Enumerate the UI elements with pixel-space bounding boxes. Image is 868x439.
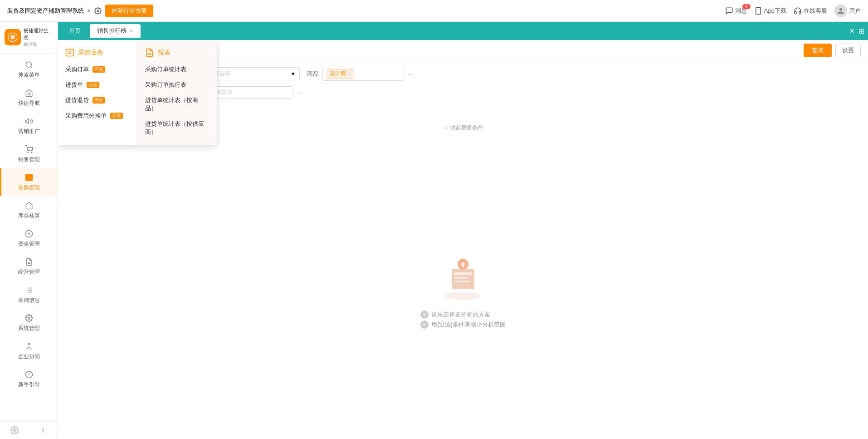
sidebar-label-finance: 资金管理 <box>18 240 40 248</box>
query-btn[interactable]: 查询 <box>804 44 832 57</box>
app-download-label: App下载 <box>764 7 786 15</box>
sidebar-label-quicknav: 快捷导航 <box>18 99 40 107</box>
settings-nav-icon <box>24 313 34 323</box>
sidebar-item-quicknav[interactable]: 快捷导航 <box>0 84 58 112</box>
user-avatar <box>834 5 847 17</box>
tab-sales-rank-label: 销售排行榜 <box>97 27 127 35</box>
settings-btn[interactable]: 设置 <box>835 44 861 57</box>
user-label: 用户 <box>849 7 861 15</box>
svg-point-28 <box>14 429 16 432</box>
svg-rect-9 <box>25 174 32 181</box>
dropdown-item-incoming-supplier-stat[interactable]: 进货单统计表（按供应商） <box>138 116 217 140</box>
voucher-status-arrow: ▾ <box>292 70 295 77</box>
org-icon <box>24 341 34 351</box>
svg-rect-37 <box>454 277 468 279</box>
goods-ellipsis[interactable]: ··· <box>408 70 413 77</box>
sidebar-bottom-collapse[interactable] <box>39 426 47 434</box>
tab-sales-rank[interactable]: 销售排行榜 ✕ <box>90 24 141 38</box>
topbar-system: 装备及固定资产辅助管理系统 ▾ 体验行业方案 <box>7 5 725 17</box>
industry-solution-btn[interactable]: 体验行业方案 <box>105 5 153 17</box>
goods-tag-close[interactable]: × <box>348 71 351 77</box>
empty-tip-1: ① 请先选择要分析的方案 <box>420 311 505 319</box>
sidebar-label-search: 搜索菜单 <box>18 71 40 79</box>
sidebar-label-purchase: 采购管理 <box>18 184 40 192</box>
sidebar-nav: 搜索菜单 快捷导航 营销推广 <box>0 54 58 421</box>
sidebar-item-basic[interactable]: 基础信息 <box>0 281 58 309</box>
search-icon <box>24 60 34 70</box>
sidebar: 畅 畅捷通好生意 标准版 搜索菜单 <box>0 22 58 439</box>
svg-point-5 <box>26 62 31 67</box>
logo-sub-text: 标准版 <box>24 41 53 48</box>
dropdown-item-purchase-incoming[interactable]: 进货单 历史 <box>58 77 137 93</box>
sidebar-item-search[interactable]: 搜索菜单 <box>0 55 58 84</box>
system-dropdown-arrow[interactable]: ▾ <box>88 7 91 14</box>
user-area[interactable]: 用户 <box>834 5 861 17</box>
dropdown-item-purchase-order[interactable]: 采购订单 历史 <box>58 62 137 77</box>
empty-tip-2: ② 用[过滤]条件来缩小分析范围 <box>420 321 505 329</box>
dropdown-item-purchase-order-stat[interactable]: 采购订单统计表 <box>138 62 217 77</box>
toolbar-right: 查询 设置 <box>804 44 861 57</box>
online-service-label: 在线客服 <box>804 7 827 15</box>
dropdown-col-report: 报表 采购订单统计表 采购订单执行表 进货单统计表（按商品） <box>138 40 217 145</box>
message-btn[interactable]: 消息 9 <box>725 7 747 15</box>
dropdown-item-purchase-cost[interactable]: 采购费用分摊单 历史 <box>58 108 137 123</box>
dropdown-item-incoming-goods-stat[interactable]: 进货单统计表（按商品） <box>138 93 217 116</box>
online-service-btn[interactable]: 在线客服 <box>794 7 827 15</box>
system-settings-icon[interactable] <box>94 7 102 15</box>
dropdown-item-purchase-return[interactable]: 进货退货 历史 <box>58 93 137 108</box>
sidebar-label-marketing: 营销推广 <box>18 128 40 135</box>
sidebar-bottom-settings[interactable] <box>10 426 19 434</box>
app-download-btn[interactable]: App下载 <box>754 7 786 15</box>
list-icon <box>24 285 34 295</box>
tab-close-all-icon[interactable]: ✕ <box>849 27 855 35</box>
logo-icon: 畅 <box>5 29 21 45</box>
voucher-status-select[interactable]: 请选择 ▾ <box>209 67 300 80</box>
dropdown-col-purchase: 采购业务 采购订单 历史 进货单 历史 进货退货 <box>58 40 138 145</box>
goods-tag: 设计费 × <box>327 69 354 79</box>
empty-icon <box>436 251 490 305</box>
collapse-text: 收起更多条件 <box>450 124 483 132</box>
svg-point-24 <box>28 343 30 345</box>
sidebar-item-system[interactable]: 系统管理 <box>0 309 58 337</box>
svg-rect-1 <box>756 7 761 14</box>
content-area: 帮助 按模板打印 ▾ 导出 刷新 <box>58 40 868 439</box>
history-badge-2: 历史 <box>87 82 99 88</box>
svg-line-6 <box>30 66 32 68</box>
history-badge-1: 历史 <box>93 66 105 73</box>
sidebar-item-finance[interactable]: 资金管理 <box>0 224 58 252</box>
message-badge: 9 <box>742 4 751 9</box>
sidebar-item-sales[interactable]: 销售管理 <box>0 140 58 168</box>
top-bar: 装备及固定资产辅助管理系统 ▾ 体验行业方案 消息 9 App下载 在线客服 <box>0 0 868 22</box>
sidebar-item-purchase[interactable]: 采购管理 <box>0 168 58 196</box>
dropdown-purchase-header: 采购业务 <box>58 45 137 62</box>
svg-rect-40 <box>66 49 74 56</box>
empty-state: ① 请先选择要分析的方案 ② 用[过滤]条件来缩小分析范围 <box>58 140 868 439</box>
sidebar-item-inventory[interactable]: 库存核算 <box>0 196 58 224</box>
empty-tips: ① 请先选择要分析的方案 ② 用[过滤]条件来缩小分析范围 <box>420 311 505 329</box>
dropdown-report-title: 报表 <box>158 49 171 57</box>
sidebar-label-inventory: 库存核算 <box>18 212 40 220</box>
dropdown-item-purchase-order-exec[interactable]: 采购订单执行表 <box>138 77 217 93</box>
empty-tip-1-text: 请先选择要分析的方案 <box>431 311 490 319</box>
guide-icon <box>24 370 34 380</box>
sidebar-item-guide[interactable]: 新手引导 <box>0 365 58 393</box>
salesman-ellipsis[interactable]: ··· <box>297 89 302 96</box>
svg-rect-36 <box>454 272 472 275</box>
sidebar-bottom <box>0 421 58 439</box>
dropdown-report-header: 报表 <box>138 45 217 62</box>
tab-restore-icon[interactable]: ⊞ <box>858 27 864 35</box>
logo-text-area: 畅捷通好生意 标准版 <box>24 27 53 48</box>
tab-home[interactable]: 首页 <box>62 24 88 38</box>
tab-bar: 首页 销售排行榜 ✕ ✕ ⊞ <box>58 22 868 40</box>
sidebar-logo: 畅 畅捷通好生意 标准版 <box>0 22 58 54</box>
svg-point-34 <box>445 292 481 300</box>
sidebar-label-enterprise: 企业协同 <box>18 353 40 360</box>
topbar-right: 消息 9 App下载 在线客服 用户 <box>725 5 861 17</box>
tab-close-icon[interactable]: ✕ <box>129 28 133 34</box>
sidebar-item-marketing[interactable]: 营销推广 <box>0 112 58 140</box>
sidebar-label-guide: 新手引导 <box>18 381 40 389</box>
sidebar-item-ops[interactable]: 经营管理 <box>0 252 58 281</box>
logo-main-text: 畅捷通好生意 <box>24 27 53 41</box>
svg-point-23 <box>28 317 30 320</box>
sidebar-item-enterprise[interactable]: 企业协同 <box>0 337 58 365</box>
